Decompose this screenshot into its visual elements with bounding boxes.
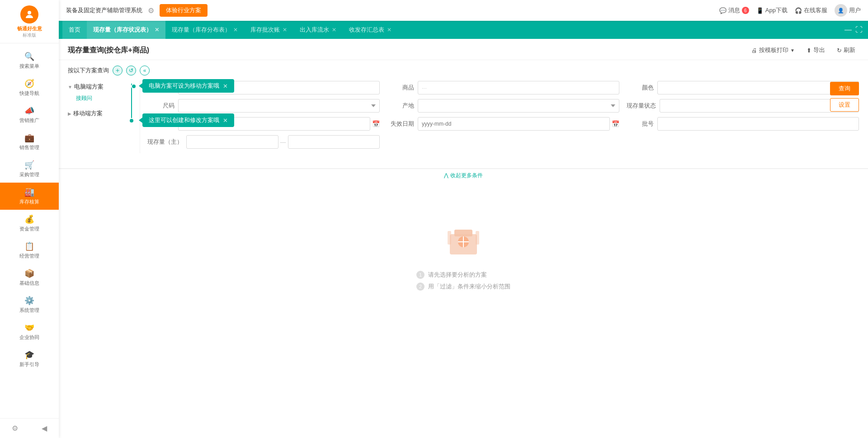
logo-text: 畅通好生意: [17, 25, 42, 32]
color-select[interactable]: [657, 81, 859, 94]
query-btn[interactable]: 查询: [830, 82, 859, 95]
sidebar-item-basic[interactable]: 📦 基础信息: [0, 264, 59, 291]
tab-inout-close[interactable]: ✕: [332, 27, 336, 33]
tab-inventory-status-close[interactable]: ✕: [155, 27, 159, 33]
product-label: 商品: [387, 84, 414, 92]
tab-inventory-status[interactable]: 现存量（库存状况表） ✕: [87, 21, 165, 39]
collapse-bar[interactable]: ⋀ 收起更多条件: [59, 169, 868, 182]
print-btn[interactable]: 🖨 按模板打印 ▼: [748, 44, 798, 56]
tab-inventory-dist[interactable]: 现存量（库存分布表） ✕: [165, 21, 244, 39]
scheme-desktop-children: 接顾问: [68, 93, 134, 104]
headset-icon: 🎧: [795, 7, 802, 14]
refresh-btn[interactable]: ↻ 刷新: [833, 44, 859, 56]
sidebar-item-purchase[interactable]: 🛒 采购管理: [0, 155, 59, 183]
scheme-mobile-tree[interactable]: ▶ 移动端方案: [68, 108, 134, 119]
tab-minimize-btn[interactable]: —: [844, 26, 852, 34]
online-service-item[interactable]: 🎧 在线客服: [795, 6, 827, 14]
tab-batch[interactable]: 库存批次账 ✕: [244, 21, 293, 39]
message-badge: 6: [742, 7, 749, 14]
svg-rect-7: [476, 231, 479, 245]
app-download-item[interactable]: 📱 App下载: [756, 6, 788, 14]
sidebar-item-guide[interactable]: 🎓 新手引导: [0, 345, 59, 372]
mobile-scheme-label: 移动端方案: [73, 109, 103, 118]
expire-date-input[interactable]: [418, 117, 610, 131]
connector-dot-1: [131, 84, 137, 89]
user-item[interactable]: 👤 用户: [835, 4, 861, 17]
filter-header: 按以下方案查询 ＋ ↺ «: [68, 66, 859, 75]
export-btn[interactable]: ⬆ 导出: [803, 44, 829, 56]
tab-receive[interactable]: 收发存汇总表 ✕: [343, 21, 398, 39]
desktop-scheme-label: 电脑端方案: [74, 83, 104, 91]
scheme-tree: ▼ 电脑端方案 接顾问 ▶ 移动端方案: [68, 81, 140, 153]
graduation-icon: 🎓: [24, 350, 34, 360]
sidebar-item-marketing[interactable]: 📣 营销推广: [0, 101, 59, 128]
sidebar-item-system[interactable]: ⚙️ 系统管理: [0, 291, 59, 318]
stock-main-dash: —: [280, 139, 286, 146]
tab-inventory-dist-close[interactable]: ✕: [233, 27, 238, 33]
scheme-item-advisor[interactable]: 接顾问: [76, 93, 134, 104]
connector-line-2: [131, 84, 132, 121]
sidebar-item-finance[interactable]: 💰 资金管理: [0, 210, 59, 237]
tab-home-label: 首页: [69, 26, 80, 34]
produce-date-cal-icon[interactable]: 📅: [372, 120, 380, 127]
industry-btn[interactable]: 体验行业方案: [160, 4, 208, 17]
sidebar-label-system: 系统管理: [19, 307, 39, 314]
sidebar-label-guide: 新手引导: [19, 361, 39, 368]
filter-refresh-btn[interactable]: ↺: [126, 66, 136, 75]
box-icon: 📦: [24, 268, 34, 278]
sidebar-label-quick: 快捷导航: [19, 90, 39, 97]
filter-label: 按以下方案查询: [68, 66, 109, 75]
filter-row-2: 尺码 产地 现存量状态: [147, 99, 859, 113]
tooltip-1-close[interactable]: ✕: [223, 83, 228, 89]
scheme-desktop-tree[interactable]: ▼ 电脑端方案: [68, 81, 134, 93]
filter-back-btn[interactable]: «: [140, 66, 150, 75]
sidebar-item-inventory[interactable]: 🏭 库存核算: [0, 183, 59, 210]
size-select[interactable]: [178, 99, 380, 113]
briefcase-icon: 💼: [24, 133, 34, 143]
tab-inout[interactable]: 出入库流水 ✕: [293, 21, 343, 39]
set-btn[interactable]: 设置: [830, 98, 859, 112]
stock-status-select[interactable]: [660, 99, 859, 113]
user-name: 用户: [849, 6, 861, 14]
page-title: 现存量查询(按仓库+商品): [68, 46, 149, 55]
collapse-sidebar-btn[interactable]: ◀: [42, 424, 47, 433]
message-item[interactable]: 💬 消息 6: [719, 6, 749, 14]
settings-bottom-btn[interactable]: ⚙: [12, 424, 18, 433]
sidebar-item-enterprise[interactable]: 🤝 企业协同: [0, 318, 59, 345]
tab-bar: 首页 现存量（库存状况表） ✕ 现存量（库存分布表） ✕ 库存批次账 ✕ 出入库…: [59, 21, 868, 39]
sidebar-item-search[interactable]: 🔍 搜索菜单: [0, 47, 59, 74]
sidebar-label-search: 搜索菜单: [19, 63, 39, 70]
header-gear-icon[interactable]: ⚙: [148, 6, 154, 15]
sidebar: 畅通好生意 标准版 🔍 搜索菜单 🧭 快捷导航 📣 营销推广 💼 销售管理 🛒 …: [0, 0, 59, 438]
expire-date-cal-icon[interactable]: 📅: [612, 120, 619, 127]
svg-rect-6: [448, 231, 451, 245]
batch-input[interactable]: [657, 117, 859, 131]
sidebar-item-quick[interactable]: 🧭 快捷导航: [0, 74, 59, 101]
empty-step-1: 1 请先选择要分析的方案: [416, 271, 510, 279]
print-icon: 🖨: [751, 47, 757, 54]
tab-batch-close[interactable]: ✕: [283, 27, 287, 33]
stock-main-from[interactable]: [186, 135, 278, 149]
sidebar-item-sales[interactable]: 💼 销售管理: [0, 128, 59, 155]
origin-select[interactable]: [418, 99, 619, 113]
color-label: 颜色: [627, 84, 654, 92]
expire-date-wrap: 📅: [418, 117, 619, 131]
filter-add-btn[interactable]: ＋: [113, 66, 123, 75]
megaphone-icon: 📣: [24, 106, 34, 116]
product-input-wrap[interactable]: ···: [418, 81, 619, 94]
sidebar-item-operations[interactable]: 📋 经营管理: [0, 237, 59, 264]
empty-step-2: 2 用「过滤」条件来缩小分析范围: [416, 283, 510, 291]
tab-fullscreen-btn[interactable]: ⛶: [855, 26, 863, 34]
collapse-icon: ⋀: [444, 172, 450, 179]
clipboard-icon: 📋: [24, 241, 34, 251]
tooltip-2-arrow: [139, 118, 142, 123]
tab-home[interactable]: 首页: [62, 21, 87, 39]
tooltip-2-close[interactable]: ✕: [223, 117, 228, 124]
stock-main-to[interactable]: [288, 135, 380, 149]
top-header: 装备及固定资产辅助管理系统 ⚙ 体验行业方案 💬 消息 6 📱 App下载 🎧 …: [59, 0, 868, 21]
system-name: 装备及固定资产辅助管理系统: [66, 6, 142, 14]
filter-color: 颜色: [627, 81, 859, 94]
phone-icon: 📱: [756, 7, 764, 14]
tab-receive-close[interactable]: ✕: [387, 27, 392, 33]
app-download-label: App下载: [765, 6, 788, 14]
